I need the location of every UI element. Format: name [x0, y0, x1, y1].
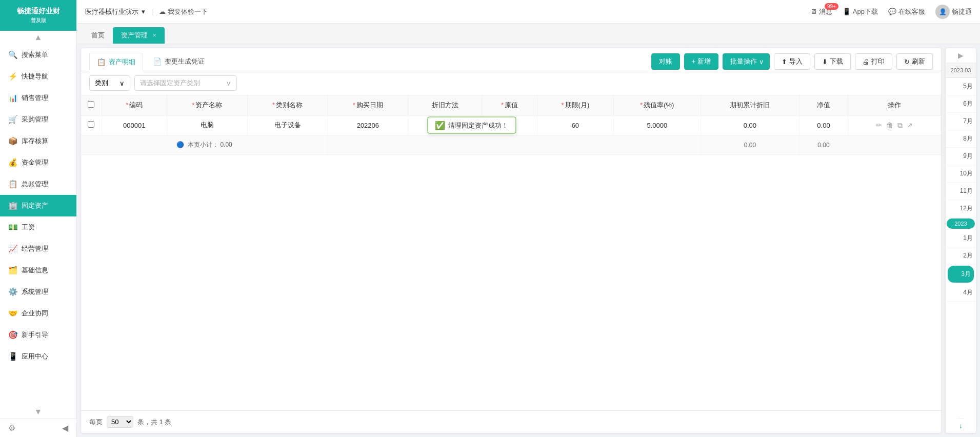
cell-purchase-date: 202206 — [328, 115, 408, 135]
sub-tab-change-voucher[interactable]: 📄 变更生成凭证 — [145, 52, 212, 71]
subtotal-value: 0.00 — [220, 141, 232, 148]
sidebar-scroll-down[interactable]: ▼ — [0, 405, 76, 419]
app-download-label: App下载 — [853, 7, 878, 16]
category-label: 类别 — [95, 78, 108, 88]
online-support-label: 在线客服 — [898, 7, 925, 16]
import-icon: ⬆ — [782, 58, 787, 66]
tab-label: 资产管理 — [121, 31, 148, 39]
table-body: 000001 电脑 电子设备 202206 年限平均 ✅ 清理固定资产成功！ — [81, 115, 941, 155]
online-support-btn[interactable]: 💬 在线客服 — [888, 7, 925, 16]
cell-category: 电子设备 — [247, 115, 328, 135]
tab-home[interactable]: 首页 — [85, 27, 111, 44]
messages-badge: 99+ — [825, 3, 838, 10]
reconcile-button[interactable]: 对账 — [651, 53, 680, 70]
finance-icon: 💰 — [8, 158, 17, 167]
cal-month-12月[interactable]: 12月 — [946, 200, 976, 217]
sidebar-item-quick-nav[interactable]: ⚡快捷导航 — [0, 66, 76, 87]
sub-tabs: 📋 资产明细 📄 变更生成凭证 对账 + 新增 批量操作 — [81, 48, 941, 71]
sidebar-item-enterprise[interactable]: 🤝企业协同 — [0, 303, 76, 324]
calendar-collapse-btn[interactable]: ▶ — [946, 48, 976, 63]
sidebar-item-system[interactable]: ⚙️系统管理 — [0, 281, 76, 303]
print-button[interactable]: 🖨 打印 — [855, 53, 892, 70]
more-icon[interactable]: ↗ — [907, 121, 913, 129]
th-original-value: *原值 — [482, 95, 537, 115]
new-button[interactable]: + 新增 — [684, 53, 718, 70]
select-chevron: ∨ — [119, 80, 125, 87]
tab-close-icon[interactable]: × — [153, 32, 156, 39]
cal-month-11月[interactable]: 11月 — [946, 183, 976, 200]
cal-month-6月[interactable]: 6月 — [946, 95, 976, 113]
sidebar-label-basic-info: 基础信息 — [22, 266, 48, 275]
sidebar-item-sales[interactable]: 📊销售管理 — [0, 87, 76, 109]
category-placeholder: 请选择固定资产类别 — [140, 78, 200, 88]
batch-ops-button[interactable]: 批量操作 ∨ — [723, 53, 770, 70]
asset-detail-label: 资产明细 — [109, 57, 135, 67]
collapse-icon[interactable]: ◀ — [62, 423, 68, 433]
quick-nav-icon: ⚡ — [8, 72, 17, 81]
sidebar-item-operations[interactable]: 📈经营管理 — [0, 238, 76, 260]
sidebar-item-purchase[interactable]: 🛒采购管理 — [0, 109, 76, 130]
cal-month-10月[interactable]: 10月 — [946, 165, 976, 183]
experience-btn[interactable]: ☁ 我要体验一下 — [159, 7, 208, 16]
cell-name: 电脑 — [167, 115, 248, 135]
th-depreciation-method: 折旧方法 — [408, 95, 482, 115]
message-icon: 🖥 — [810, 8, 817, 15]
category-select[interactable]: 类别 ∨ — [89, 75, 130, 91]
cal-month-2月[interactable]: 2月 — [946, 247, 976, 265]
basic-info-icon: 🗂️ — [8, 266, 17, 275]
settings-icon[interactable]: ⚙ — [8, 423, 15, 433]
calendar-bottom-btn[interactable]: ↓ — [957, 418, 965, 433]
messages-btn[interactable]: 🖥 消息 99+ — [810, 7, 832, 16]
cal-month-5月[interactable]: 5月 — [946, 78, 976, 95]
sidebar-label-operations: 经营管理 — [22, 244, 48, 253]
delete-icon[interactable]: 🗑 — [886, 121, 893, 129]
company-selector[interactable]: 医疗器械行业演示 ▾ — [85, 7, 145, 16]
per-page-select[interactable]: 50 100 — [107, 416, 133, 428]
sidebar-item-finance[interactable]: 💰资金管理 — [0, 152, 76, 173]
cal-month-9月[interactable]: 9月 — [946, 148, 976, 165]
download-button[interactable]: ⬇ 下载 — [814, 53, 851, 70]
sidebar-item-inventory[interactable]: 📦库存核算 — [0, 130, 76, 152]
category-input[interactable]: 请选择固定资产类别 ∨ — [134, 75, 237, 91]
guide-icon: 🎯 — [8, 330, 17, 340]
operations-icon: 📈 — [8, 244, 17, 253]
sidebar-scroll-up[interactable]: ▲ — [0, 31, 76, 44]
sidebar-item-app-center[interactable]: 📱应用中心 — [0, 346, 76, 367]
refresh-icon: ↻ — [904, 58, 910, 66]
support-icon: 💬 — [888, 8, 896, 15]
sidebar-item-fixed-assets[interactable]: 🏢固定资产 — [0, 195, 76, 216]
sidebar-item-guide[interactable]: 🎯新手引导 — [0, 324, 76, 346]
cal-month-8月[interactable]: 8月 — [946, 130, 976, 148]
main-panel: 📋 资产明细 📄 变更生成凭证 对账 + 新增 批量操作 — [81, 48, 941, 433]
cal-month-7月[interactable]: 7月 — [946, 113, 976, 130]
app-center-icon: 📱 — [8, 352, 17, 361]
cal-month-4月[interactable]: 4月 — [946, 284, 976, 302]
row-checkbox[interactable] — [88, 121, 94, 128]
sidebar-item-payroll[interactable]: 💵工资 — [0, 216, 76, 238]
sidebar: 畅捷通好业财 普及版 ▲ 🔍搜索菜单⚡快捷导航📊销售管理🛒采购管理📦库存核算💰资… — [0, 0, 77, 437]
sidebar-item-search[interactable]: 🔍搜索菜单 — [0, 44, 76, 66]
edit-icon[interactable]: ✏ — [876, 121, 882, 129]
sidebar-label-inventory: 库存核算 — [22, 136, 48, 146]
sidebar-label-payroll: 工资 — [22, 223, 35, 232]
import-button[interactable]: ⬆ 导入 — [774, 53, 810, 70]
sidebar-item-ledger[interactable]: 📋总账管理 — [0, 173, 76, 195]
sidebar-label-system: 系统管理 — [22, 287, 48, 296]
sub-tab-asset-detail[interactable]: 📋 资产明细 — [89, 53, 143, 71]
tab-asset-management[interactable]: 资产管理 × — [113, 27, 165, 44]
download-icon: 📱 — [843, 8, 851, 15]
action-buttons: ✏ 🗑 ⧉ ↗ — [854, 121, 934, 130]
sidebar-item-basic-info[interactable]: 🗂️基础信息 — [0, 260, 76, 281]
right-panel-calendar: ▶ 2023.03 5月6月7月8月9月10月11月12月20231月2月3月4… — [945, 48, 976, 433]
cal-month-3月[interactable]: 3月 — [948, 266, 974, 283]
select-all-checkbox[interactable] — [88, 101, 94, 108]
refresh-button[interactable]: ↻ 刷新 — [896, 53, 933, 70]
subtotal-label-cell: 🔵 本页小计： 0.00 — [81, 135, 328, 155]
cal-month-1月[interactable]: 1月 — [946, 230, 976, 247]
app-download-btn[interactable]: 📱 App下载 — [843, 7, 878, 16]
copy-icon[interactable]: ⧉ — [897, 121, 903, 130]
subtotal-net: 0.00 — [799, 135, 848, 155]
topbar: 医疗器械行业演示 ▾ | ☁ 我要体验一下 🖥 消息 99+ 📱 App下载 💬… — [77, 0, 980, 24]
user-menu[interactable]: 👤 畅捷通 — [935, 5, 972, 19]
toolbar-actions: 对账 + 新增 批量操作 ∨ ⬆ 导入 ⬇ 下载 — [651, 53, 933, 70]
